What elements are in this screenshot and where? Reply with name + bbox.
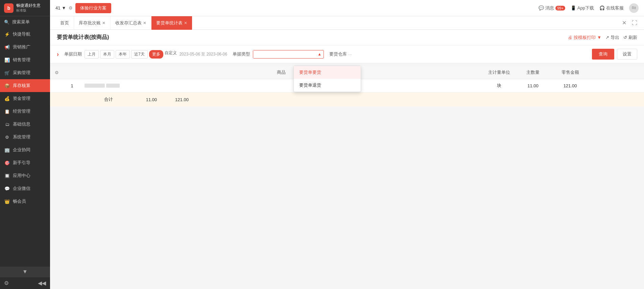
inventory-icon: 📦: [4, 83, 10, 88]
service-label: 在线客服: [606, 5, 624, 11]
page-content: 要货单统计表(按商品) 🖨 按模板打印 ▼ ↗ 导出 ↺ 刷新 ›: [50, 30, 644, 289]
message-icon: 💬: [539, 5, 544, 10]
headset-icon: 🎧: [599, 5, 605, 10]
type-dropdown-caret[interactable]: ▲: [315, 52, 324, 57]
sidebar-item-sales[interactable]: 📊 销售管理: [0, 53, 50, 66]
sidebar-item-inventory[interactable]: 📦 库存核算: [0, 79, 50, 92]
th-extra: [591, 66, 644, 79]
td-seq: 1: [64, 79, 80, 92]
sidebar-item-member[interactable]: 👑 畅会员: [0, 195, 50, 208]
date-btn-7days[interactable]: 近7天: [131, 50, 148, 59]
sidebar-item-basic[interactable]: 🗂 基础信息: [0, 118, 50, 131]
topbar-gear-icon[interactable]: ⚙: [69, 5, 73, 10]
sidebar-scroll-down[interactable]: ▼: [0, 267, 50, 277]
tab-inventory-batch-close[interactable]: ✕: [102, 21, 105, 25]
sidebar-item-wechat[interactable]: 💬 企业微信: [0, 182, 50, 195]
td-amount: 121.00: [550, 79, 591, 92]
guide-icon: 🎯: [4, 160, 10, 165]
sidebar-item-apps[interactable]: 🔲 应用中心: [0, 169, 50, 182]
tab-home[interactable]: 首页: [55, 16, 74, 30]
sidebar-item-operation[interactable]: 📋 经营管理: [0, 105, 50, 118]
message-badge: 99+: [555, 6, 565, 10]
sidebar-item-label: 经营管理: [13, 108, 30, 114]
date-btn-more[interactable]: 更多: [149, 50, 163, 59]
tab-order-stats-close[interactable]: ✕: [184, 21, 187, 25]
tab-inventory-batch[interactable]: 库存批次账 ✕: [74, 16, 111, 30]
template-print-btn[interactable]: 🖨 按模板打印 ▼: [568, 35, 601, 41]
type-filter-input-wrapper[interactable]: ▲: [253, 50, 324, 59]
page-header: 要货单统计表(按商品) 🖨 按模板打印 ▼ ↗ 导出 ↺ 刷新: [50, 30, 644, 45]
collapse-sidebar-button[interactable]: ◀◀: [38, 280, 46, 286]
app-download-btn[interactable]: 📱 App下载: [571, 5, 594, 11]
sidebar-item-system[interactable]: ⚙ 系统管理: [0, 131, 50, 143]
sidebar-item-label: 企业协同: [13, 147, 30, 153]
sidebar: b 畅捷通好生意 标准版 🔍 搜索菜单 ⚡ 快捷导航 📢 营销推广 📊 销售管理…: [0, 0, 50, 289]
filter-bar: › 单据日期 上月 本月 本年 近7天 更多 自定义 2023-05-06 至 …: [50, 45, 644, 63]
sidebar-nav: ⚡ 快捷导航 📢 营销推广 📊 销售管理 🛒 采购管理 📦 库存核算 💰 资金管…: [0, 28, 50, 267]
refresh-btn[interactable]: ↺ 刷新: [623, 35, 637, 41]
filter-toggle-btn[interactable]: ›: [57, 51, 59, 58]
dropdown-item-order-return[interactable]: 要货单退货: [294, 79, 361, 92]
date-btn-this-year[interactable]: 本年: [116, 50, 130, 59]
date-custom-btn[interactable]: 自定义: [165, 50, 177, 59]
online-service-btn[interactable]: 🎧 在线客服: [599, 5, 624, 11]
tab-order-stats[interactable]: 要货单统计表 ✕: [151, 16, 192, 30]
close-tab-btn[interactable]: ✕: [621, 18, 628, 27]
messages-btn[interactable]: 💬 消息 99+: [539, 5, 565, 11]
dropdown-item-order-goods-label: 要货单要货: [299, 70, 321, 75]
date-filter-label: 单据日期: [64, 51, 82, 57]
page-title: 要货单统计表(按商品): [57, 34, 109, 41]
purchase-icon: 🛒: [4, 70, 10, 75]
store-selector[interactable]: 41 ▼: [55, 5, 66, 10]
filter-settings-btn[interactable]: 设置: [617, 49, 637, 60]
tab-collection-summary-label: 收发存汇总表: [115, 20, 142, 26]
warehouse-more-icon[interactable]: ···: [348, 52, 352, 57]
sidebar-item-enterprise[interactable]: 🏢 企业协同: [0, 143, 50, 156]
type-filter-label: 单据类型: [233, 51, 250, 57]
settings-button[interactable]: ⚙: [4, 280, 9, 286]
sidebar-item-label: 快捷导航: [13, 31, 30, 37]
message-label: 消息: [545, 5, 554, 11]
tab-collection-summary[interactable]: 收发存汇总表 ✕: [111, 16, 151, 30]
print-icon: 🖨: [568, 35, 572, 40]
sidebar-item-label: 库存核算: [13, 83, 30, 89]
th-amount: 零售金额: [550, 66, 591, 79]
footer-qty: 11.00: [124, 97, 158, 102]
member-icon: 👑: [4, 199, 10, 204]
sidebar-item-quick-nav[interactable]: ⚡ 快捷导航: [0, 28, 50, 41]
store-number: 41: [55, 5, 60, 10]
industry-btn[interactable]: 体验行业方案: [75, 3, 111, 13]
date-btn-this-month[interactable]: 本月: [100, 50, 114, 59]
search-menu-item[interactable]: 🔍 搜索菜单: [0, 16, 50, 28]
export-btn[interactable]: ↗ 导出: [605, 35, 619, 41]
product-placeholder: [85, 84, 478, 88]
sidebar-item-marketing[interactable]: 📢 营销推广: [0, 41, 50, 53]
date-range-display: 2023-05-06 至 2023-06-06: [180, 51, 227, 57]
main-content: 41 ▼ ⚙ 体验行业方案 💬 消息 99+ 📱 App下载 🎧 在线客服 Ri…: [50, 0, 644, 289]
tab-collection-summary-close[interactable]: ✕: [143, 21, 146, 25]
user-avatar[interactable]: Rit: [629, 3, 639, 13]
sidebar-item-guide[interactable]: 🎯 新手引导: [0, 156, 50, 169]
product-bar1: [85, 84, 105, 88]
th-unit: 主计量单位: [482, 66, 516, 79]
app-download-label: App下载: [577, 5, 594, 11]
sidebar-logo: b 畅捷通好生意 标准版: [0, 0, 50, 16]
filter-actions: 查询 设置: [592, 49, 637, 60]
sidebar-item-purchase[interactable]: 🛒 采购管理: [0, 66, 50, 79]
date-btn-last-month[interactable]: 上月: [85, 50, 99, 59]
date-filter-group: 单据日期 上月 本月 本年 近7天 更多 自定义 2023-05-06 至 20…: [64, 50, 227, 59]
table-settings-icon[interactable]: ⚙: [55, 70, 59, 75]
sidebar-item-label: 畅会员: [13, 198, 26, 204]
dropdown-item-order-goods[interactable]: 要货单要货: [294, 66, 361, 79]
wechat-icon: 💬: [4, 186, 10, 191]
expand-icon: ▼: [597, 35, 601, 40]
type-filter-input[interactable]: [253, 50, 315, 58]
sidebar-item-finance[interactable]: 💰 资金管理: [0, 92, 50, 105]
maximize-tab-btn[interactable]: ⛶: [630, 18, 639, 27]
query-btn[interactable]: 查询: [592, 49, 614, 60]
enterprise-icon: 🏢: [4, 148, 10, 153]
sidebar-item-label: 企业微信: [13, 185, 30, 192]
sales-icon: 📊: [4, 58, 10, 63]
topbar-right: 💬 消息 99+ 📱 App下载 🎧 在线客服 Rit: [539, 3, 639, 13]
tab-order-stats-label: 要货单统计表: [156, 20, 183, 26]
